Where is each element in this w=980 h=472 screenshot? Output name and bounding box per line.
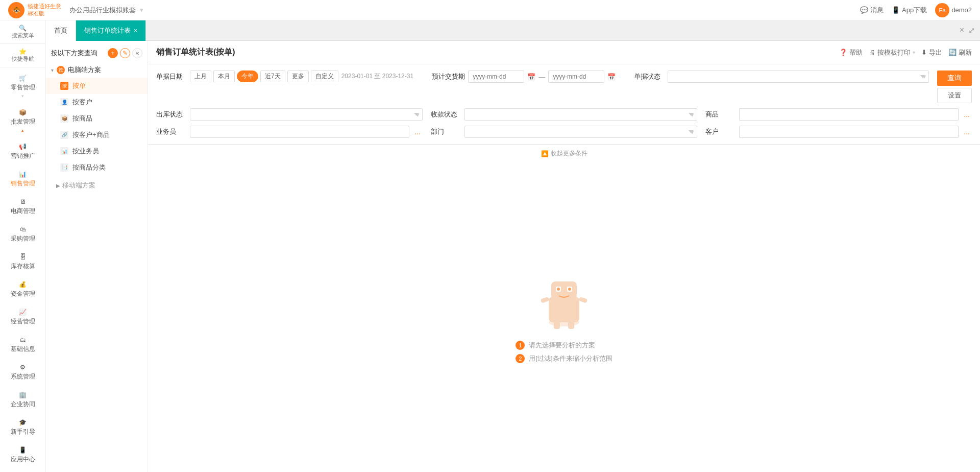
marketing-icon: 📢 <box>19 143 27 150</box>
dept-select-wrapper: ▾ <box>464 126 697 138</box>
export-button[interactable]: ⬇ 导出 <box>921 48 942 57</box>
customer-label: 客户 <box>705 127 736 136</box>
print-button[interactable]: 🖨 按模板打印 ▾ <box>869 48 915 57</box>
product-more-icon[interactable]: ... <box>962 110 972 119</box>
expected-date-to[interactable] <box>548 70 604 83</box>
scheme-item-by-staff[interactable]: 📊 按业务员 <box>46 143 148 159</box>
dept-select[interactable] <box>464 126 697 138</box>
collapse-panel-button[interactable]: « <box>132 48 142 58</box>
edit-scheme-button[interactable]: ✎ <box>120 48 130 58</box>
app-download-button[interactable]: 📱 App下载 <box>892 6 927 15</box>
collapse-filter-button[interactable]: 🔼 收起更多条件 <box>148 145 980 162</box>
chevron-down-icon: ▾ <box>51 67 54 73</box>
wholesale-icon: 📦 <box>19 109 27 116</box>
sidebar-item-ecommerce[interactable]: 🖥 电商管理 <box>0 193 45 221</box>
breadcrumb-title: 办公用品行业模拟账套 <box>69 6 136 15</box>
date-btn-more[interactable]: 更多 <box>287 70 309 82</box>
sidebar-item-operations[interactable]: 📈 经营管理 <box>0 303 45 331</box>
scheme-item-by-cust-prod[interactable]: 🔗 按客户+商品 <box>46 127 148 143</box>
pay-status-wrapper: ▾ <box>464 108 697 121</box>
help-icon: ❓ <box>839 49 847 56</box>
svg-rect-7 <box>541 296 550 303</box>
filter-row-1: 单据日期 上月 本月 今年 近7天 更多 自定义 <box>156 70 972 103</box>
refresh-button[interactable]: 🔄 刷新 <box>948 48 972 57</box>
logo-area: 🐯 畅捷通好生意 标准版 <box>8 2 61 18</box>
date-btn-this-year[interactable]: 今年 <box>237 70 258 82</box>
tab-maximize-area: × ⤢ <box>954 26 980 35</box>
customer-more-icon[interactable]: ... <box>962 128 972 136</box>
svg-rect-2 <box>551 281 577 299</box>
breadcrumb-arrow-icon[interactable]: ▾ <box>140 6 143 14</box>
customer-filter: 客户 ... <box>705 126 972 138</box>
status-select-wrapper: ▾ <box>668 70 929 83</box>
purchase-icon: 🛍 <box>20 226 26 233</box>
filter-area: 单据日期 上月 本月 今年 近7天 更多 自定义 <box>148 64 980 145</box>
date-btn-custom[interactable]: 自定义 <box>311 70 338 82</box>
tab-close-icon[interactable]: × <box>134 27 137 34</box>
ship-status-select[interactable] <box>190 108 423 121</box>
date-btn-last-7days[interactable]: 近7天 <box>260 70 285 82</box>
scheme-item-by-product[interactable]: 📦 按商品 <box>46 110 148 127</box>
expected-date-from[interactable] <box>468 70 524 83</box>
sidebar-item-retail[interactable]: 🛒 零售管理 ▾ <box>0 69 45 104</box>
scheme-item-by-category[interactable]: 📑 按商品分类 <box>46 159 148 176</box>
status-filter: 单据状态 ▾ <box>634 70 929 83</box>
empty-tips: 1 请先选择要分析的方案 2 用[过滤]条件来缩小分析范围 <box>516 341 612 363</box>
sidebar-item-newbie[interactable]: 🎓 新手引导 <box>0 414 45 441</box>
scheme-item-by-customer[interactable]: 👤 按客户 <box>46 94 148 110</box>
retail-icon: 🛒 <box>19 75 27 82</box>
cal-icon-2: 📅 <box>607 73 616 81</box>
date-btn-last-month[interactable]: 上月 <box>190 70 211 82</box>
sidebar-item-wholesale[interactable]: 📦 批发管理 ▴ <box>0 104 45 138</box>
sidebar-quick-nav[interactable]: ⭐ 快捷导航 <box>0 44 45 67</box>
print-arrow-icon: ▾ <box>913 50 915 55</box>
empty-tip-2: 2 用[过滤]条件来缩小分析范围 <box>516 354 612 363</box>
logo-icon: 🐯 <box>8 2 24 18</box>
salesman-more-icon[interactable]: ... <box>412 128 423 136</box>
message-button[interactable]: 💬 消息 <box>860 6 884 15</box>
dept-label: 部门 <box>431 127 461 136</box>
sidebar-item-sales[interactable]: 📊 销售管理 <box>0 166 45 193</box>
close-window-icon[interactable]: × <box>960 26 964 35</box>
tab-sales-order-stats[interactable]: 销售订单统计表 × <box>76 20 146 41</box>
empty-state: 1 请先选择要分析的方案 2 用[过滤]条件来缩小分析范围 <box>148 162 980 472</box>
sidebar-item-purchase[interactable]: 🛍 采购管理 <box>0 221 45 248</box>
mobile-scheme-group[interactable]: ▶ 移动端方案 <box>46 178 148 193</box>
pc-scheme-toggle[interactable]: ▾ 按 电脑端方案 <box>46 62 148 78</box>
sidebar: 🔍 搜索菜单 ⭐ 快捷导航 🛒 零售管理 ▾ 📦 批发管理 ▴ 📢 营销推广 📊… <box>0 20 46 472</box>
customer-input[interactable] <box>739 126 959 138</box>
cal-icon-1: 📅 <box>527 73 535 81</box>
enterprise-icon: 🏢 <box>19 391 27 398</box>
help-button[interactable]: ❓ 帮助 <box>839 48 863 57</box>
product-input[interactable] <box>739 108 959 121</box>
filter-action-buttons: 查询 设置 <box>937 70 972 103</box>
sidebar-item-marketing[interactable]: 📢 营销推广 <box>0 138 45 166</box>
sidebar-search[interactable]: 🔍 搜索菜单 <box>0 20 45 44</box>
filter-row-3: 业务员 ... 部门 ▾ <box>156 126 972 138</box>
user-menu[interactable]: Ea demo2 <box>935 3 972 17</box>
salesman-input[interactable] <box>190 126 409 138</box>
left-panel-header: 按以下方案查询 + ✎ « <box>46 46 148 62</box>
export-icon: ⬇ <box>921 49 927 56</box>
sidebar-item-enterprise[interactable]: 🏢 企业协同 <box>0 386 45 414</box>
sidebar-item-inventory[interactable]: 🗄 库存核算 <box>0 248 45 276</box>
scheme-item-by-order[interactable]: 按 按单 <box>46 78 148 94</box>
status-select[interactable] <box>668 70 929 83</box>
sidebar-item-appcenter[interactable]: 📱 应用中心 <box>0 441 45 469</box>
sidebar-item-wechat[interactable]: 💬 企业微信 <box>0 469 45 472</box>
pay-status-select[interactable] <box>464 108 697 121</box>
by-product-icon: 📦 <box>60 114 68 123</box>
date-btn-this-month[interactable]: 本月 <box>213 70 235 82</box>
settings-button[interactable]: 设置 <box>937 88 972 103</box>
pc-scheme-group: ▾ 按 电脑端方案 按 按单 👤 按客户 <box>46 62 148 176</box>
sidebar-item-finance[interactable]: 💰 资金管理 <box>0 276 45 303</box>
sidebar-item-system[interactable]: ⚙ 系统管理 <box>0 359 45 386</box>
query-button[interactable]: 查询 <box>937 70 972 86</box>
maximize-icon[interactable]: ⤢ <box>968 26 975 35</box>
by-customer-icon: 👤 <box>60 98 68 106</box>
dept-filter: 部门 ▾ <box>431 126 697 138</box>
by-order-icon: 按 <box>60 82 68 90</box>
add-scheme-button[interactable]: + <box>108 48 118 58</box>
sidebar-item-basics[interactable]: 🗂 基础信息 <box>0 331 45 359</box>
tab-home[interactable]: 首页 <box>46 20 76 41</box>
